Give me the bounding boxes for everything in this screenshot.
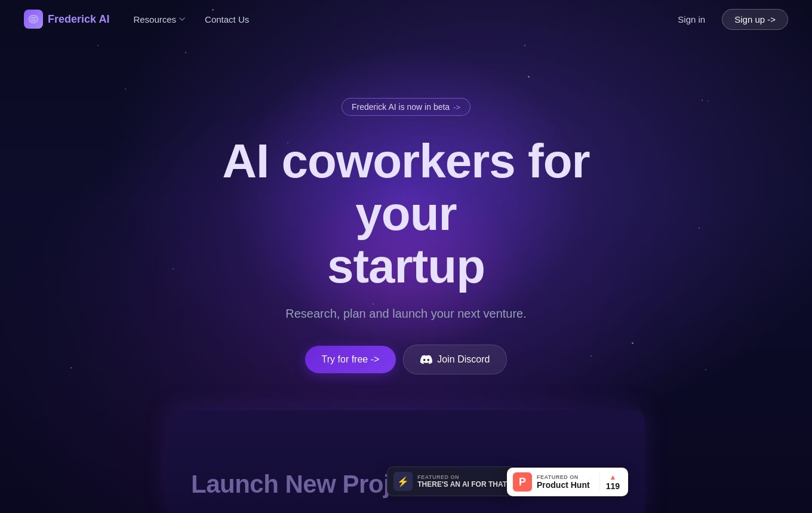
chevron-down-icon (179, 16, 186, 23)
ai-for-that-icon: ⚡ (393, 472, 413, 491)
product-hunt-count: ▲ 119 (599, 473, 620, 491)
ph-featured-label: FEATURED ON (537, 474, 590, 480)
hero-title: AI coworkers for your startup (173, 135, 639, 293)
nav-right: Sign in Sign up -> (670, 9, 788, 30)
join-discord-button[interactable]: Join Discord (403, 345, 507, 374)
ph-name: Product Hunt (537, 480, 590, 490)
logo-icon (24, 10, 43, 29)
ai-badge-text: FEATURED ON THERE'S AN AI FOR THAT (417, 474, 507, 489)
nav-resources-label: Resources (133, 14, 176, 24)
beta-badge[interactable]: Frederick AI is now in beta -> (342, 98, 470, 116)
beta-badge-text: Frederick AI is now in beta (352, 102, 450, 112)
ai-icon-symbol: ⚡ (397, 476, 409, 487)
beta-badge-arrow: -> (453, 103, 460, 112)
hero-title-line1: AI coworkers for your (222, 134, 589, 240)
navbar: Frederick AI Resources Contact Us Sign i… (0, 0, 812, 38)
preview-card-text: Launch New Proje (191, 470, 404, 499)
discord-button-label: Join Discord (437, 354, 490, 365)
product-hunt-text: FEATURED ON Product Hunt (537, 474, 590, 490)
signup-button[interactable]: Sign up -> (722, 9, 788, 30)
nav-resources[interactable]: Resources (133, 14, 186, 24)
svg-point-2 (35, 19, 37, 20)
hero-cta-buttons: Try for free -> Join Discord (305, 345, 508, 374)
product-hunt-icon: P (513, 472, 532, 492)
logo-name: Frederick (48, 13, 96, 25)
ai-featured-label: FEATURED ON (417, 474, 507, 480)
svg-point-1 (30, 19, 32, 20)
ph-upvote-count: 119 (606, 481, 620, 491)
hero-section: Frederick AI is now in beta -> AI cowork… (0, 38, 812, 374)
try-free-button[interactable]: Try for free -> (305, 346, 396, 373)
brain-icon (27, 13, 39, 25)
discord-icon (420, 354, 432, 365)
hero-title-line2: startup (327, 239, 485, 293)
bottom-section: Launch New Proje ⚡ FEATURED ON THERE'S A… (0, 410, 812, 513)
ai-badge-name: THERE'S AN AI FOR THAT (417, 480, 507, 489)
logo-accent: AI (99, 13, 109, 25)
nav-contact-label: Contact Us (205, 14, 249, 24)
nav-links: Resources Contact Us (133, 14, 249, 24)
preview-card: Launch New Proje ⚡ FEATURED ON THERE'S A… (167, 410, 645, 513)
product-hunt-badge[interactable]: P FEATURED ON Product Hunt ▲ 119 (507, 468, 628, 496)
nav-contact[interactable]: Contact Us (205, 14, 249, 24)
logo[interactable]: Frederick AI (24, 10, 109, 29)
hero-subtitle: Research, plan and launch your next vent… (285, 307, 527, 321)
ai-for-that-badge[interactable]: ⚡ FEATURED ON THERE'S AN AI FOR THAT (387, 466, 516, 496)
ph-upvote-arrow: ▲ (609, 473, 616, 481)
signin-button[interactable]: Sign in (670, 10, 712, 29)
logo-wordmark: Frederick AI (48, 13, 109, 26)
nav-left: Frederick AI Resources Contact Us (24, 10, 249, 29)
